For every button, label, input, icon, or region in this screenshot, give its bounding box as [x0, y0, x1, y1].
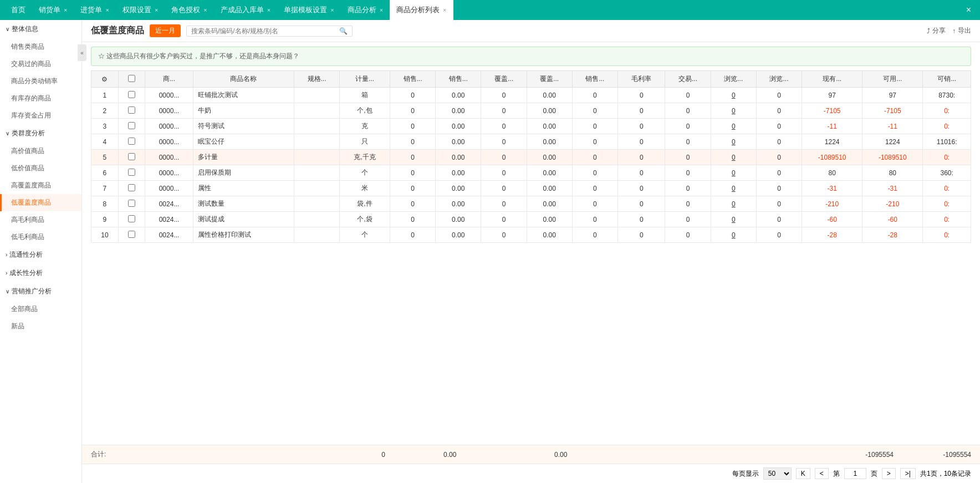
- export-button[interactable]: ↑ 导出: [952, 26, 971, 35]
- sidebar-item-high-value[interactable]: 高价值商品: [0, 143, 81, 160]
- sidebar-item-category-rate[interactable]: 商品分类动销率: [0, 73, 81, 90]
- sidebar-section-overall[interactable]: ∨ 整体信息: [0, 20, 81, 38]
- sidebar-item-high-coverage[interactable]: 高覆盖度商品: [0, 177, 81, 194]
- cell-browse1[interactable]: 0: [711, 212, 756, 227]
- cell-browse1[interactable]: 0: [711, 119, 756, 134]
- sidebar-section-cluster[interactable]: ∨ 类群度分析: [0, 124, 81, 143]
- sidebar-item-low-coverage[interactable]: 低覆盖度商品: [0, 194, 81, 211]
- nav-product-analysis-list[interactable]: 商品分析列表 ×: [390, 0, 453, 20]
- share-button[interactable]: ⤴ 分享: [927, 26, 946, 35]
- row-checkbox[interactable]: [128, 200, 135, 207]
- last-page-button[interactable]: >|: [900, 468, 916, 479]
- search-icon[interactable]: 🔍: [339, 27, 348, 35]
- sidebar-item-low-margin[interactable]: 低毛利商品: [0, 228, 81, 246]
- col-cover1[interactable]: 覆盖...: [481, 71, 527, 88]
- search-input[interactable]: [191, 27, 337, 35]
- cell-browse1[interactable]: 0: [711, 134, 756, 150]
- col-browse2[interactable]: 浏览...: [756, 71, 802, 88]
- nav-permissions[interactable]: 权限设置 ×: [116, 0, 165, 20]
- cell-cover1: 0: [481, 119, 527, 134]
- nav-product-analysis[interactable]: 商品分析 ×: [341, 0, 390, 20]
- nav-template-settings[interactable]: 单据模板设置 ×: [277, 0, 340, 20]
- sidebar-item-all-goods[interactable]: 全部商品: [0, 301, 81, 318]
- nav-home[interactable]: 首页: [4, 0, 32, 20]
- sidebar-section-marketing[interactable]: ∨ 营销推广分析: [0, 282, 81, 301]
- nav-close-product-inbound[interactable]: ×: [267, 7, 270, 13]
- row-checkbox[interactable]: [128, 169, 135, 176]
- row-checkbox[interactable]: [128, 138, 135, 145]
- col-saleable[interactable]: 可销...: [923, 71, 971, 88]
- nav-close-template-settings[interactable]: ×: [330, 7, 334, 13]
- cell-code: 0024...: [145, 196, 193, 212]
- row-checkbox[interactable]: [128, 153, 135, 160]
- sidebar-section-liquidity[interactable]: › 流通性分析: [0, 246, 81, 264]
- col-sales-qty[interactable]: 销售...: [390, 71, 435, 88]
- col-gross-margin[interactable]: 毛利率: [618, 71, 665, 88]
- row-checkbox[interactable]: [128, 91, 135, 98]
- cell-browse1[interactable]: 0: [711, 227, 756, 243]
- cell-checkbox[interactable]: [118, 119, 145, 134]
- nav-close-role-auth[interactable]: ×: [203, 7, 207, 13]
- cell-checkbox[interactable]: [118, 103, 145, 119]
- col-checkbox[interactable]: [118, 71, 145, 88]
- cell-checkbox[interactable]: [118, 227, 145, 243]
- nav-close-sales-order[interactable]: ×: [64, 7, 67, 13]
- next-page-button[interactable]: >: [882, 468, 896, 479]
- cell-checkbox[interactable]: [118, 181, 145, 196]
- col-transaction[interactable]: 交易...: [665, 71, 711, 88]
- cell-browse1[interactable]: 0: [711, 165, 756, 181]
- cell-checkbox[interactable]: [118, 88, 145, 103]
- first-page-button[interactable]: K: [796, 468, 810, 479]
- col-available-stock[interactable]: 可用...: [862, 71, 923, 88]
- sidebar-item-traded-goods[interactable]: 交易过的商品: [0, 55, 81, 73]
- row-checkbox[interactable]: [128, 215, 135, 222]
- select-all-checkbox[interactable]: [128, 75, 135, 82]
- nav-close-permissions[interactable]: ×: [155, 7, 158, 13]
- col-current-stock[interactable]: 现有...: [802, 71, 862, 88]
- export-icon: ↑: [952, 27, 956, 35]
- nav-product-inbound[interactable]: 产成品入库单 ×: [214, 0, 277, 20]
- sidebar-item-low-value[interactable]: 低价值商品: [0, 160, 81, 177]
- cell-browse1[interactable]: 0: [711, 196, 756, 212]
- sidebar-section-growth[interactable]: › 成长性分析: [0, 264, 81, 282]
- row-checkbox[interactable]: [128, 184, 135, 191]
- row-checkbox[interactable]: [128, 106, 135, 114]
- sidebar-collapse-button[interactable]: «: [78, 44, 86, 61]
- nav-purchase-order[interactable]: 进货单 ×: [74, 0, 115, 20]
- nav-sales-order[interactable]: 销货单 ×: [32, 0, 74, 20]
- per-page-select[interactable]: 50 20 100 200: [763, 467, 792, 480]
- cell-checkbox[interactable]: [118, 212, 145, 227]
- prev-page-button[interactable]: <: [815, 468, 829, 479]
- page-number-input[interactable]: [844, 468, 866, 479]
- cell-checkbox[interactable]: [118, 165, 145, 181]
- time-filter-button[interactable]: 近一月: [150, 24, 181, 37]
- cell-browse1[interactable]: 0: [711, 88, 756, 103]
- cell-checkbox[interactable]: [118, 134, 145, 150]
- cell-checkbox[interactable]: [118, 196, 145, 212]
- sidebar-item-sales-goods[interactable]: 销售类商品: [0, 38, 81, 55]
- row-checkbox[interactable]: [128, 122, 135, 129]
- cell-browse1[interactable]: 0: [711, 103, 756, 119]
- nav-close-purchase-order[interactable]: ×: [105, 7, 109, 13]
- row-checkbox[interactable]: [128, 231, 135, 238]
- col-settings[interactable]: ⚙: [91, 71, 119, 88]
- nav-close-product-analysis-list[interactable]: ×: [443, 7, 446, 13]
- col-sales-amt[interactable]: 销售...: [436, 71, 481, 88]
- col-spec[interactable]: 规格...: [294, 71, 339, 88]
- sidebar-item-new-goods[interactable]: 新品: [0, 318, 81, 335]
- col-code[interactable]: 商...: [145, 71, 193, 88]
- sidebar-item-high-margin[interactable]: 高毛利商品: [0, 211, 81, 228]
- col-browse1[interactable]: 浏览...: [711, 71, 756, 88]
- col-unit[interactable]: 计量...: [340, 71, 390, 88]
- cell-browse1[interactable]: 0: [711, 181, 756, 196]
- cell-browse1[interactable]: 0: [711, 150, 756, 165]
- cell-checkbox[interactable]: [118, 150, 145, 165]
- nav-close-product-analysis[interactable]: ×: [380, 7, 383, 13]
- col-name[interactable]: 商品名称: [193, 71, 294, 88]
- sidebar-item-stock-goods[interactable]: 有库存的商品: [0, 90, 81, 107]
- sidebar-item-stock-funds[interactable]: 库存资金占用: [0, 107, 81, 124]
- nav-role-auth[interactable]: 角色授权 ×: [165, 0, 213, 20]
- col-cover2[interactable]: 覆盖...: [527, 71, 572, 88]
- col-sales3[interactable]: 销售...: [572, 71, 617, 88]
- close-all-button[interactable]: ×: [962, 5, 976, 15]
